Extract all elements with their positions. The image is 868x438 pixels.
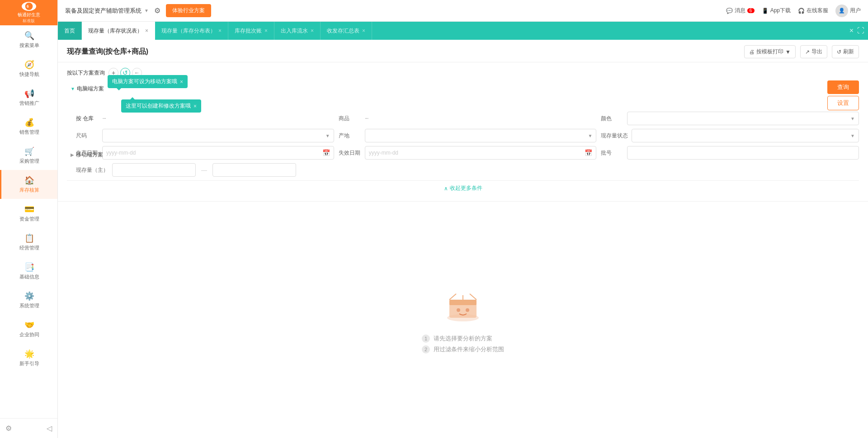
close-all-tabs-btn[interactable]: × [849,27,854,35]
tooltip-create-close[interactable]: × [193,103,197,109]
empty-text-list: 1 请先选择要分析的方案 2 用过滤条件来缩小分析范围 [422,334,504,356]
refresh-btn[interactable]: ↺ 刷新 [832,45,859,58]
inventory-main-from-input[interactable] [112,163,196,177]
size-label: 尺码 [76,132,99,140]
sidebar-item-enterprise[interactable]: 🤝 企业协同 [0,315,57,344]
settings-btn-filter[interactable]: 设置 [827,96,859,110]
header-settings-icon[interactable]: ⚙ [154,6,160,15]
sidebar-item-label: 营销推广 [19,100,39,107]
message-label: 消息 [735,7,745,14]
tab-inventory-status-close[interactable]: × [145,28,148,34]
size-select[interactable]: ▼ [102,129,334,142]
app-download-label: App下载 [770,7,791,14]
tab-recv-summary-close[interactable]: × [362,28,365,34]
inventory-status-label: 现存量状态 [601,132,628,140]
empty-state: 1 请先选择要分析的方案 2 用过滤条件来缩小分析范围 [58,202,868,438]
sidebar-item-label: 基础信息 [19,273,39,280]
origin-select[interactable]: ▼ [365,129,597,142]
production-date-input[interactable]: yyyy-mm-dd 📅 [102,146,334,160]
content-area: 现存量查询(按仓库+商品) 🖨 按模板打印 ▼ ↗ 导出 ↺ 刷新 [58,40,868,438]
sidebar-item-search[interactable]: 🔍 搜索菜单 [0,25,57,54]
production-date-calendar-icon[interactable]: 📅 [322,149,330,156]
sidebar-item-inventory[interactable]: 🏠 库存核算 [0,170,57,199]
sidebar-item-purchase[interactable]: 🛒 采购管理 [0,141,57,170]
goods-label: 商品 [339,115,361,122]
search-icon: 🔍 [24,31,34,41]
tab-recv-summary[interactable]: 收发存汇总表 × [321,22,372,40]
collapse-btn[interactable]: ∧ 收起更多条件 [67,180,859,196]
filter-batch: 批号 [601,146,859,160]
sidebar-item-sales[interactable]: 💰 销售管理 [0,112,57,141]
basic-info-icon: 📑 [24,262,34,272]
enterprise-icon: 🤝 [24,320,34,330]
tab-in-out-flow[interactable]: 出入库流水 × [274,22,321,40]
settings-btn[interactable]: ⚙ [5,424,12,433]
sidebar-item-quicknav[interactable]: 🧭 快捷导航 [0,54,57,83]
filter-warehouse: 按 仓库 ··· [76,112,334,125]
inventory-icon: 🏠 [24,175,34,185]
export-btn[interactable]: ↗ 导出 [800,45,827,58]
app-download-btn[interactable]: 📱 App下载 [762,7,791,14]
sidebar-item-label: 经营管理 [19,245,39,251]
sidebar-item-label: 搜索菜单 [19,42,39,49]
empty-hint-1: 1 请先选择要分析的方案 [422,334,504,343]
sidebar-item-guide[interactable]: 🌟 新手引导 [0,344,57,372]
tab-home[interactable]: 首页 [58,22,82,40]
tab-inventory-batch-close[interactable]: × [264,28,268,34]
sidebar-item-finance[interactable]: 💳 资金管理 [0,199,57,228]
tooltip-pc-close[interactable]: × [180,79,183,85]
warehouse-input[interactable]: ··· [102,114,105,122]
sidebar-item-label: 新手引导 [19,360,39,367]
system-selector[interactable]: 装备及固定资产辅助管理系统 ▼ [65,7,149,15]
tab-home-label: 首页 [64,27,75,35]
hint-text-1: 请先选择要分析的方案 [434,334,492,343]
inventory-main-to-input[interactable] [212,163,296,177]
svg-point-5 [457,308,460,312]
online-service-btn[interactable]: 🎧 在线客服 [798,7,828,14]
page-actions: 🖨 按模板打印 ▼ ↗ 导出 ↺ 刷新 [744,45,859,58]
color-select[interactable]: ▼ [627,112,859,125]
tab-inventory-dist[interactable]: 现存量（库存分布表） × [155,22,228,40]
sidebar-item-operations[interactable]: 📋 经营管理 [0,228,57,257]
sidebar-item-system[interactable]: ⚙️ 系统管理 [0,286,57,315]
tab-bar-end: × ⛶ [849,27,868,35]
query-btn[interactable]: 查询 [827,80,859,94]
template-print-btn[interactable]: 🖨 按模板打印 ▼ [744,45,796,58]
tooltip-pc-scheme: 电脑方案可设为移动方案哦 × [108,75,188,88]
hint-num-2: 2 [422,345,430,353]
sidebar-item-basic-info[interactable]: 📑 基础信息 [0,257,57,286]
tooltip-create-text: 这里可以创建和修改方案哦 [126,102,191,110]
goods-input[interactable]: ··· [365,114,368,122]
expiry-date-calendar-icon[interactable]: 📅 [585,149,592,156]
user-btn[interactable]: 👤 用户 [835,5,861,17]
sidebar-item-marketing[interactable]: 📢 营销推广 [0,83,57,112]
svg-rect-4 [449,300,476,305]
scheme-item-mobile[interactable]: ▶ 移动端方案 [67,149,107,160]
tab-inventory-status[interactable]: 现存量（库存状况表） × [82,22,155,40]
production-date-placeholder: yyyy-mm-dd [106,150,136,156]
expiry-date-input[interactable]: yyyy-mm-dd 📅 [365,146,597,160]
inventory-status-select[interactable]: ▼ [632,129,859,142]
tab-inventory-batch[interactable]: 库存批次账 × [228,22,274,40]
tab-in-out-flow-close[interactable]: × [311,28,314,34]
trial-button[interactable]: 体验行业方案 [166,4,211,17]
tab-bar: 首页 现存量（库存状况表） × 现存量（库存分布表） × 库存批次账 × 出入库… [58,22,868,40]
finance-icon: 💳 [24,204,34,214]
filter-row-4: 现存量（主） — [76,163,859,177]
inventory-main-label: 现存量（主） [76,166,108,174]
tab-inventory-dist-close[interactable]: × [218,28,222,34]
batch-input[interactable] [627,146,859,160]
tooltip-create-scheme: 这里可以创建和修改方案哦 × [121,99,201,113]
tab-in-out-flow-label: 出入库流水 [281,27,308,35]
color-select-arrow: ▼ [850,116,855,121]
export-label: 导出 [811,48,822,56]
refresh-label: 刷新 [843,48,854,56]
expiry-date-label: 失效日期 [339,149,361,157]
collapse-sidebar-btn[interactable]: ◁ [47,424,52,433]
hint-text-2: 用过滤条件来缩小分析范围 [434,345,504,353]
maximize-btn[interactable]: ⛶ [857,27,864,35]
message-btn[interactable]: 💬 消息 6 [726,7,755,14]
message-badge: 6 [747,8,755,13]
sidebar-logo: 6 畅通好生意 标准版 [0,0,57,25]
export-icon: ↗ [805,49,810,55]
